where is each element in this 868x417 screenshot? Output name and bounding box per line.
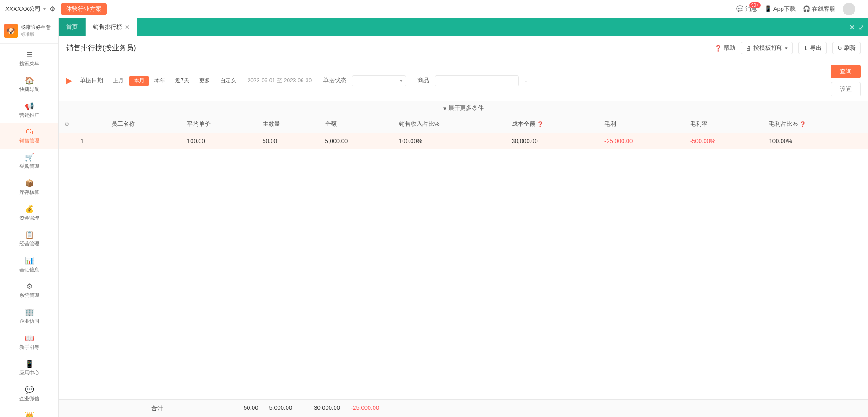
table-footer: 合计 50.00 5,000.00 30,000.00 -25,000.00 bbox=[59, 399, 868, 417]
enterprise-icon: 🏢 bbox=[25, 308, 34, 316]
column-settings-icon[interactable]: ⚙ bbox=[64, 121, 70, 128]
col-header-settings[interactable]: ⚙ bbox=[59, 115, 75, 133]
home-icon: 🏠 bbox=[25, 76, 34, 85]
avatar[interactable] bbox=[843, 3, 855, 15]
sidebar-item-apps[interactable]: 📱 应用中心 bbox=[0, 355, 58, 381]
col-header-rank bbox=[75, 115, 106, 133]
refresh-button[interactable]: ↻ 刷新 bbox=[832, 42, 861, 54]
sidebar-item-member[interactable]: 👑 畅会员 bbox=[0, 407, 58, 417]
sidebar-item-quicknav[interactable]: 🏠 快捷导航 bbox=[0, 72, 58, 97]
sidebar-item-marketing[interactable]: 📢 营销推广 bbox=[0, 97, 58, 123]
date-btn-more[interactable]: 更多 bbox=[195, 76, 214, 86]
online-service-button[interactable]: 🎧 在线客服 bbox=[803, 5, 835, 13]
tab-close-window-icon[interactable]: ✕ bbox=[849, 23, 855, 32]
trial-button[interactable]: 体验行业方案 bbox=[61, 3, 107, 15]
print-button[interactable]: 🖨 按模板打印 ▾ bbox=[741, 42, 793, 54]
goods-more-link[interactable]: ... bbox=[524, 77, 529, 84]
date-btn-prev[interactable]: 上月 bbox=[109, 76, 128, 86]
sidebar-item-basic-label: 基础信息 bbox=[19, 266, 39, 273]
sidebar-item-operation[interactable]: 📋 经营管理 bbox=[0, 226, 58, 252]
filter-expand-arrow[interactable]: ▶ bbox=[66, 76, 72, 86]
topbar-gear-icon[interactable]: ⚙ bbox=[49, 5, 55, 13]
date-btn-curr[interactable]: 本月 bbox=[129, 76, 149, 86]
cell-settings bbox=[59, 133, 75, 149]
col-header-cost: 成本全额 ❓ bbox=[506, 115, 599, 133]
tab-close-icon[interactable]: ✕ bbox=[125, 24, 129, 30]
basic-icon: 📊 bbox=[25, 256, 34, 265]
export-label: 导出 bbox=[810, 44, 822, 52]
cell-qty: 50.00 bbox=[257, 133, 320, 149]
footer-qty: 50.00 bbox=[238, 404, 264, 412]
sidebar-item-enterprise[interactable]: 🏢 企业协同 bbox=[0, 303, 58, 329]
sidebar-item-wechat[interactable]: 💬 企业微信 bbox=[0, 381, 58, 407]
date-btn-7days[interactable]: 近7天 bbox=[171, 76, 193, 86]
tabbar: 首页 销售排行榜 ✕ ✕ ⤢ bbox=[59, 18, 868, 36]
app-download-button[interactable]: 📱 App下载 bbox=[764, 5, 796, 13]
settings-button[interactable]: 设置 bbox=[831, 82, 861, 96]
tab-expand-icon[interactable]: ⤢ bbox=[858, 23, 864, 32]
sidebar-item-finance[interactable]: 💰 资金管理 bbox=[0, 200, 58, 226]
operation-icon: 📋 bbox=[25, 230, 34, 239]
cell-amount: 5,000.00 bbox=[320, 133, 393, 149]
company-name: XXXXXX公司 bbox=[5, 5, 41, 13]
sidebar-item-guide-label: 新手引导 bbox=[19, 344, 39, 350]
cell-name bbox=[106, 133, 182, 149]
sidebar-nav: ☰ 搜索菜单 🏠 快捷导航 📢 营销推广 🛍 销售管理 🛒 采购管理 📦 bbox=[0, 44, 58, 417]
logo-subtitle: 标准版 bbox=[21, 31, 51, 38]
sidebar-item-marketing-label: 营销推广 bbox=[19, 112, 39, 119]
page-title: 销售排行榜(按业务员) bbox=[66, 43, 136, 53]
goods-label: 商品 bbox=[417, 77, 429, 85]
help-icon: ❓ bbox=[715, 45, 722, 52]
help-label: 帮助 bbox=[724, 44, 735, 52]
footer-avg-price bbox=[227, 404, 238, 412]
col-header-gross-pct: 毛利占比% ❓ bbox=[763, 115, 868, 133]
sidebar-item-inventory[interactable]: 📦 库存核算 bbox=[0, 174, 58, 200]
sidebar-item-sales[interactable]: 🛍 销售管理 bbox=[0, 123, 58, 149]
sidebar-item-system[interactable]: ⚙ 系统管理 bbox=[0, 278, 58, 303]
service-icon: 🎧 bbox=[803, 5, 810, 12]
company-selector[interactable]: XXXXXX公司 ▾ bbox=[5, 5, 46, 13]
table-body: 1 100.00 50.00 5,000.00 100.00% 30,000.0… bbox=[59, 133, 868, 149]
tab-home[interactable]: 首页 bbox=[59, 18, 86, 36]
expand-conditions-button[interactable]: ▾ 展开更多条件 bbox=[443, 104, 484, 112]
status-label: 单据状态 bbox=[323, 77, 346, 85]
date-buttons: 上月 本月 本年 近7天 更多 自定义 bbox=[109, 76, 240, 86]
print-icon: 🖨 bbox=[746, 45, 752, 52]
service-label: 在线客服 bbox=[812, 5, 835, 13]
date-btn-custom[interactable]: 自定义 bbox=[216, 76, 240, 86]
finance-icon: 💰 bbox=[25, 205, 34, 213]
sidebar-item-guide[interactable]: 📖 新手引导 bbox=[0, 329, 58, 355]
sidebar-item-search[interactable]: ☰ 搜索菜单 bbox=[0, 46, 58, 72]
guide-icon: 📖 bbox=[25, 334, 34, 342]
table-header: ⚙ 员工名称 平均单价 主数量 全额 销售收入占比% 成本全额 ❓ 毛利 bbox=[59, 115, 868, 133]
tab-sales-rank[interactable]: 销售排行榜 ✕ bbox=[86, 18, 137, 36]
query-button[interactable]: 查询 bbox=[831, 65, 861, 78]
logo-text-group: 畅康通好生意 标准版 bbox=[21, 24, 51, 37]
sidebar-item-purchase[interactable]: 🛒 采购管理 bbox=[0, 149, 58, 174]
expand-down-icon: ▾ bbox=[443, 105, 446, 112]
member-icon: 👑 bbox=[25, 411, 34, 417]
topbar: XXXXXX公司 ▾ ⚙ 体验行业方案 💬 消息 99+ 📱 App下载 🎧 在… bbox=[0, 0, 868, 18]
sidebar-item-finance-label: 资金管理 bbox=[19, 215, 39, 221]
sidebar-item-operation-label: 经营管理 bbox=[19, 240, 39, 247]
status-select-wrapper bbox=[352, 75, 406, 86]
message-button[interactable]: 💬 消息 99+ bbox=[736, 5, 757, 13]
cost-help-icon[interactable]: ❓ bbox=[537, 121, 543, 127]
content-area: 首页 销售排行榜 ✕ ✕ ⤢ 销售排行榜(按业务员) ❓ 帮助 bbox=[59, 18, 868, 417]
date-btn-year[interactable]: 本年 bbox=[150, 76, 169, 86]
sidebar-item-inventory-label: 库存核算 bbox=[19, 189, 39, 196]
col-header-gross: 毛利 bbox=[599, 115, 685, 133]
sidebar-item-quicknav-label: 快捷导航 bbox=[19, 86, 39, 93]
sales-rank-tab-label: 销售排行榜 bbox=[93, 23, 122, 31]
gross-pct-help-icon[interactable]: ❓ bbox=[800, 121, 806, 127]
help-link[interactable]: ❓ 帮助 bbox=[715, 44, 735, 52]
footer-cells: 合计 50.00 5,000.00 30,000.00 -25,000.00 bbox=[64, 404, 863, 412]
footer-amount: 5,000.00 bbox=[264, 404, 298, 412]
filter-divider-2 bbox=[412, 76, 412, 85]
wechat-icon: 💬 bbox=[25, 385, 34, 394]
status-select[interactable] bbox=[352, 75, 406, 86]
filter-bar: ▶ 单据日期 上月 本月 本年 近7天 更多 自定义 2023-06-01 至 … bbox=[59, 60, 868, 101]
export-button[interactable]: ⬇ 导出 bbox=[798, 42, 827, 54]
goods-input[interactable] bbox=[435, 75, 519, 86]
sidebar-item-basic[interactable]: 📊 基础信息 bbox=[0, 252, 58, 278]
